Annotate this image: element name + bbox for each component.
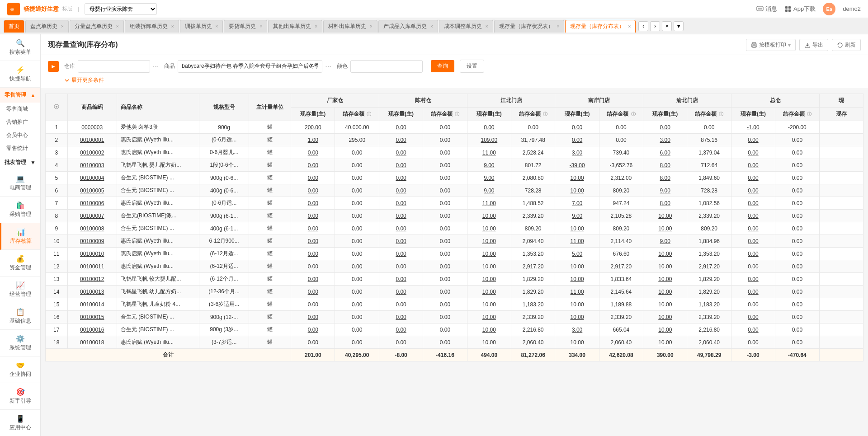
close-icon[interactable]: × <box>370 24 373 29</box>
close-icon[interactable]: × <box>116 24 119 29</box>
filter-toggle-btn[interactable]: ► <box>48 61 59 72</box>
tab-expand-btn[interactable]: ▼ <box>674 21 684 31</box>
warehouse-more-btn[interactable]: ··· <box>153 62 159 70</box>
tab-xiancun2[interactable]: 现存量（库存分布表） × <box>565 20 636 33</box>
tab-cailiao[interactable]: 材料出库单历史 × <box>323 20 377 33</box>
cell-jb-qty: 11.00 <box>467 197 511 210</box>
sidebar-group-wholesale[interactable]: 批发管理 ▼ <box>0 155 40 170</box>
sidebar-item-collab[interactable]: 🤝 企业协同 <box>0 356 40 383</box>
tab-fenpan[interactable]: 分量盘点单历史 × <box>70 20 124 33</box>
close-icon[interactable]: × <box>259 24 262 29</box>
tab-chengpin[interactable]: 产成品入库单历史 × <box>378 20 438 33</box>
cell-f-qty: 0.00 <box>291 159 335 172</box>
sidebar-item-appcenter[interactable]: 📱 应用中心 <box>0 410 40 436</box>
goods-input[interactable] <box>178 60 322 73</box>
sidebar-sub-retailstat[interactable]: 零售统计 <box>0 142 40 155</box>
sidebar-sub-retailshop[interactable]: 零售商城 <box>0 103 40 116</box>
query-btn[interactable]: 查询 <box>431 60 454 72</box>
color-input[interactable] <box>350 60 423 73</box>
cell-jb-qty: 10.00 <box>467 210 511 222</box>
sidebar-item-finance[interactable]: 💰 资金管理 <box>0 250 40 277</box>
tab-qita[interactable]: 其他出库单历史 × <box>268 20 322 33</box>
cell-jb-qty: 10.00 <box>467 235 511 248</box>
info-icon[interactable]: ⓘ <box>455 112 459 117</box>
close-icon[interactable]: × <box>216 24 218 29</box>
close-icon[interactable]: × <box>315 24 317 29</box>
close-icon[interactable]: × <box>61 24 64 29</box>
expand-conditions-btn[interactable]: 展开更多条件 <box>64 76 861 84</box>
info-icon[interactable]: ⓘ <box>631 112 636 117</box>
info-icon[interactable]: ⓘ <box>543 112 547 117</box>
tab-diaob[interactable]: 调拨单历史 × <box>180 20 223 33</box>
cell-zc-amt: 0.00 <box>775 146 820 159</box>
cell-yb-amt: 2,339.20 <box>687 210 731 222</box>
cell-na-qty: 11.00 <box>555 286 599 298</box>
col-na-amt-header: 结存金额 ⓘ <box>599 108 643 121</box>
tab-close-btn[interactable]: × <box>662 21 672 31</box>
user-avatar[interactable]: Ea <box>823 3 835 15</box>
sidebar-sub-member[interactable]: 会员中心 <box>0 129 40 142</box>
sidebar-group-retail[interactable]: 零售管理 ▲ <box>0 88 40 103</box>
close-icon[interactable]: × <box>430 24 433 29</box>
cell-unit: 罐 <box>249 336 291 349</box>
tab-pandian[interactable]: 盘点单历史 × <box>25 20 69 33</box>
sidebar-item-inventory[interactable]: 📊 库存核算 <box>0 223 40 250</box>
tab-next-btn[interactable]: › <box>650 21 660 31</box>
info-icon[interactable]: ⓘ <box>807 112 811 117</box>
sidebar-item-guide[interactable]: 🎯 新手引导 <box>0 383 40 410</box>
cell-yb-amt: 2,917.20 <box>687 260 731 273</box>
info-icon[interactable]: ⓘ <box>367 112 371 117</box>
cell-yb-qty: 10.00 <box>643 273 687 286</box>
sidebar-item-purchase[interactable]: 🛍️ 采购管理 <box>0 197 40 223</box>
tab-home[interactable]: 首页 <box>4 20 24 33</box>
cell-code: 00100014 <box>67 298 117 311</box>
cell-yb-qty: 6.00 <box>643 146 687 159</box>
tab-xiancun1[interactable]: 现存量（库存状况表） × <box>494 20 565 33</box>
summary-zc-amt: -470.64 <box>775 349 820 361</box>
tab-chenben[interactable]: 成本调整单历史 × <box>439 20 493 33</box>
app-download-btn[interactable]: App下载 <box>784 5 816 13</box>
tab-prev-btn[interactable]: ‹ <box>638 21 648 31</box>
settings-icon[interactable] <box>53 103 60 110</box>
table-row: 17 00100016 合生元 (BIOSTIME) ... 900g (3岁.… <box>46 323 863 336</box>
tab-yaohuo[interactable]: 要货单历史 × <box>224 20 267 33</box>
table-row: 5 00100004 合生元 (BIOSTIME) ... 900g (0-6.… <box>46 172 863 184</box>
info-icon[interactable]: ⓘ <box>719 112 723 117</box>
sidebar-item-basic[interactable]: 📋 基础信息 <box>0 303 40 330</box>
cell-cp-qty: 0.00 <box>379 121 423 134</box>
close-icon[interactable]: × <box>486 24 488 29</box>
close-icon[interactable]: × <box>171 24 174 29</box>
refresh-btn[interactable]: 刷新 <box>832 39 861 51</box>
close-icon[interactable]: × <box>557 24 560 29</box>
tab-zuzhuan[interactable]: 组装拆卸单历史 × <box>125 20 179 33</box>
cell-f-qty: 0.00 <box>291 235 335 248</box>
cell-name: 飞鹤星飞帆 较大婴儿配... <box>117 273 199 286</box>
cell-jb-amt: 2,528.24 <box>511 146 555 159</box>
cell-no: 10 <box>46 235 68 248</box>
sidebar-item-ecommerce[interactable]: 💻 电商管理 <box>0 170 40 197</box>
warehouse-input[interactable] <box>78 60 150 73</box>
cell-f-amt: 0.00 <box>335 146 379 159</box>
cell-na-qty: 10.00 <box>555 336 599 349</box>
top-bar-left: 畅 畅捷通好生意 标版 | 母婴行业演示陈套 <box>7 3 157 15</box>
username[interactable]: demo2 <box>843 5 861 12</box>
export-btn[interactable]: 导出 <box>799 39 828 51</box>
cell-cp-qty: 0.00 <box>379 298 423 311</box>
sidebar-item-operations[interactable]: 📈 经营管理 <box>0 277 40 303</box>
sidebar-item-search[interactable]: 🔍 搜索英单 <box>0 34 40 61</box>
cell-f-qty: 0.00 <box>291 172 335 184</box>
cell-f-amt: 0.00 <box>335 336 379 349</box>
message-btn[interactable]: 消息 <box>756 5 777 13</box>
cell-yb-qty: 10.00 <box>643 210 687 222</box>
cell-jb-amt: 1,183.20 <box>511 298 555 311</box>
nav-select[interactable]: 母婴行业演示陈套 <box>85 3 157 15</box>
sidebar-sub-marketing[interactable]: 营销推广 <box>0 116 40 129</box>
cell-cp-amt: 0.00 <box>423 210 467 222</box>
cell-unit: 罐 <box>249 298 291 311</box>
goods-more-btn[interactable]: ··· <box>325 62 331 70</box>
sidebar-item-system[interactable]: ⚙️ 系统管理 <box>0 330 40 356</box>
print-btn[interactable]: 按模板打印 ▾ <box>746 39 796 51</box>
close-icon[interactable]: × <box>628 24 631 29</box>
settings-btn[interactable]: 设置 <box>460 60 484 73</box>
sidebar-item-quicknav[interactable]: ⚡ 快捷导航 <box>0 61 40 88</box>
